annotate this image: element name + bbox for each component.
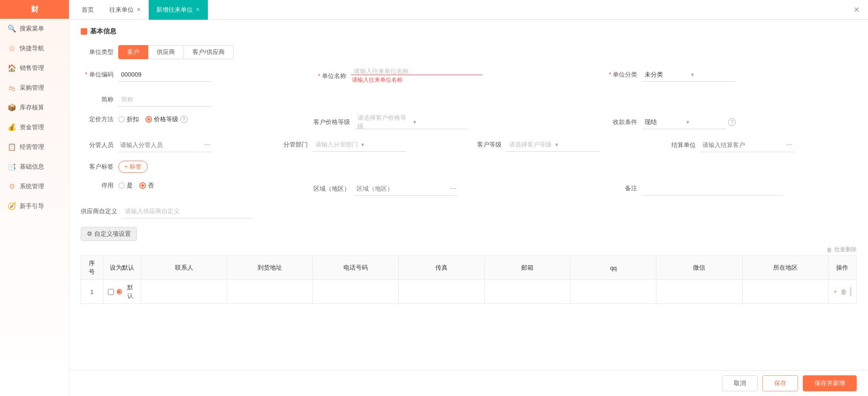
- basic-info-icon: 📑: [8, 163, 16, 171]
- settlement-unit-group: 结算单位 ···: [663, 138, 857, 152]
- unit-name-input[interactable]: [351, 68, 482, 75]
- cell-address[interactable]: [227, 280, 313, 304]
- region-wrap: ···: [355, 181, 458, 196]
- remarks-input[interactable]: [642, 181, 783, 195]
- tab-partner-list-close[interactable]: ✕: [137, 7, 141, 13]
- customer-level-select[interactable]: 请选择客户等级 ▼: [506, 138, 600, 152]
- department-select[interactable]: 请输入分管部门 ▼: [312, 138, 406, 152]
- qq-input[interactable]: [575, 288, 651, 295]
- contact-input[interactable]: [146, 288, 222, 295]
- add-row-btn[interactable]: +: [833, 287, 838, 296]
- email-input[interactable]: [489, 288, 565, 295]
- region-more-btn[interactable]: ···: [448, 184, 458, 193]
- remarks-group: 备注: [604, 181, 857, 195]
- wechat-input[interactable]: [661, 288, 737, 295]
- tab-partner-list[interactable]: 往来单位 ✕: [102, 0, 149, 20]
- type-btn-both[interactable]: 客户/供应商: [184, 45, 234, 59]
- manager-input[interactable]: [118, 138, 202, 152]
- table-row: 1 默认: [81, 280, 857, 304]
- unit-type-buttons: 客户 供应商 客户/供应商: [118, 45, 857, 59]
- cell-region[interactable]: [742, 280, 828, 304]
- customer-price-arrow: ▼: [412, 119, 464, 125]
- cell-ops: + 🗑: [828, 280, 856, 304]
- customer-price-select[interactable]: 请选择客户价格等级 ▼: [355, 115, 467, 129]
- sidebar-item-inventory[interactable]: 📦 库存核算: [0, 98, 69, 117]
- type-btn-customer[interactable]: 客户: [118, 45, 148, 59]
- payment-terms-select[interactable]: 现结 ▼: [642, 115, 726, 129]
- default-radio[interactable]: 默认: [117, 283, 137, 300]
- type-btn-supplier[interactable]: 供应商: [148, 45, 184, 59]
- sidebar-label-sales: 销售管理: [20, 64, 44, 72]
- manager-label: 分管人员: [81, 141, 118, 149]
- col-seq: 序号: [81, 256, 103, 280]
- disabled-group: 停用 是 否: [81, 181, 313, 190]
- sidebar-item-sales[interactable]: 🏠 销售管理: [0, 58, 69, 78]
- operations-icon: 📋: [8, 143, 16, 151]
- radio-discount[interactable]: 折扣: [118, 115, 139, 124]
- fax-input[interactable]: [404, 288, 480, 295]
- settlement-unit-more[interactable]: ···: [784, 140, 794, 149]
- customer-tag-row: 客户标签 + 标签: [81, 161, 857, 173]
- col-address: 到货地址: [227, 256, 313, 280]
- unit-name-label: 单位名称: [313, 72, 351, 80]
- radio-no[interactable]: 否: [139, 181, 154, 190]
- settlement-unit-input[interactable]: [700, 138, 784, 152]
- payment-help-icon[interactable]: ?: [728, 118, 736, 126]
- pricing-radio-group: 折扣 价格等级: [118, 115, 178, 124]
- tab-bar-close-all[interactable]: ✕: [850, 3, 863, 16]
- radio-price-level-label: 价格等级: [154, 115, 178, 124]
- supplier-custom-input[interactable]: [122, 204, 253, 218]
- short-name-input[interactable]: [118, 93, 212, 107]
- manager-row: 分管人员 ··· 分管部门 请输入分管部门 ▼ 客户等级 请选择客户等级 ▼: [81, 138, 857, 152]
- cell-wechat[interactable]: [656, 280, 742, 304]
- address-input[interactable]: [232, 288, 308, 295]
- cell-fax[interactable]: [399, 280, 485, 304]
- sidebar-item-guide[interactable]: 🧭 新手引导: [0, 196, 69, 216]
- sidebar-item-purchase[interactable]: 🛍 采购管理: [0, 78, 69, 98]
- save-button[interactable]: 保存: [762, 375, 798, 391]
- pricing-help-icon[interactable]: ?: [180, 116, 188, 123]
- sidebar-label-guide: 新手引导: [20, 202, 44, 210]
- custom-settings-button[interactable]: ⚙ 自定义项设置: [81, 227, 137, 241]
- sidebar-item-search[interactable]: 🔍 搜索菜单: [0, 19, 69, 39]
- cell-email[interactable]: [485, 280, 571, 304]
- row-checkbox[interactable]: [108, 289, 114, 295]
- batch-delete-area[interactable]: 🗑 批量删除: [81, 246, 857, 254]
- region-input-table[interactable]: [747, 288, 823, 295]
- radio-no-circle: [139, 182, 146, 189]
- phone-input[interactable]: [318, 288, 394, 295]
- default-label: 默认: [124, 283, 136, 300]
- save-new-button[interactable]: 保存并新增: [803, 375, 857, 391]
- unit-category-arrow: ▼: [690, 72, 733, 78]
- unit-code-input[interactable]: [118, 68, 212, 82]
- manager-group: 分管人员 ···: [81, 138, 275, 152]
- del-row-btn[interactable]: 🗑: [840, 288, 847, 295]
- sidebar-item-system[interactable]: ⚙ 系统管理: [0, 177, 69, 196]
- pricing-method-label: 定价方法: [81, 115, 118, 124]
- manager-input-wrap: ···: [118, 138, 212, 152]
- region-input[interactable]: [355, 181, 448, 195]
- cell-contact[interactable]: [141, 280, 227, 304]
- sidebar-item-basic-info[interactable]: 📑 基础信息: [0, 157, 69, 177]
- tab-new-partner-label: 新增往来单位: [156, 6, 193, 14]
- sidebar-item-operations[interactable]: 📋 经营管理: [0, 137, 69, 157]
- supplier-custom-group: 供应商自定义: [81, 204, 857, 218]
- tab-new-partner[interactable]: 新增往来单位 ✕: [149, 0, 208, 20]
- cell-qq[interactable]: [571, 280, 656, 304]
- radio-yes[interactable]: 是: [118, 181, 133, 190]
- customer-price-label: 客户价格等级: [313, 118, 355, 126]
- sidebar-item-quick-nav[interactable]: ⊙ 快捷导航: [0, 39, 69, 58]
- tab-new-partner-close[interactable]: ✕: [196, 7, 200, 13]
- cancel-button[interactable]: 取消: [722, 375, 758, 391]
- unit-category-select[interactable]: 未分类 ▼: [642, 68, 736, 82]
- drag-handle[interactable]: [850, 287, 852, 296]
- manager-more-btn[interactable]: ···: [202, 140, 212, 149]
- customer-level-group: 客户等级 请选择客户等级 ▼: [469, 138, 663, 152]
- tab-home[interactable]: 首页: [74, 0, 102, 20]
- cell-phone[interactable]: [313, 280, 399, 304]
- supplier-custom-label: 供应商自定义: [81, 207, 122, 216]
- radio-price-level[interactable]: 价格等级: [145, 115, 178, 124]
- unit-category-value: 未分类: [645, 70, 688, 79]
- sidebar-item-finance[interactable]: 💰 资金管理: [0, 117, 69, 137]
- add-tag-button[interactable]: + 标签: [118, 161, 148, 173]
